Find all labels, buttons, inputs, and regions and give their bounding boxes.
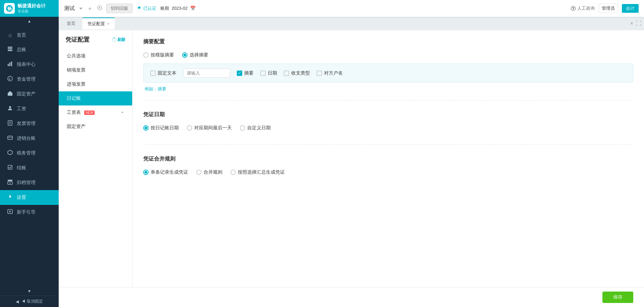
radio-circle-merge xyxy=(196,170,202,175)
radio-custom-date[interactable]: 自定义日期 xyxy=(240,125,271,131)
topbar-dropdown-arrow[interactable] xyxy=(79,6,83,11)
sidebar-scroll-up[interactable]: ▲ xyxy=(0,17,59,26)
radio-select-summary[interactable]: 选择摘要 xyxy=(182,52,208,58)
merge-radio-group: 单条记录生成凭证 合并规则 按照选择汇总生成凭证 xyxy=(143,169,633,175)
svg-marker-11 xyxy=(8,91,12,93)
radio-merge-rule[interactable]: 合并规则 xyxy=(196,169,222,175)
topbar-old-version-btn[interactable]: 切到旧版 xyxy=(106,4,132,13)
left-nav-purchase[interactable]: 进项发票 xyxy=(59,77,132,91)
topbar: 测试 ＋ 切到旧版 已认证 账期 2023-02 📅 人工咨询 管理员 会计 xyxy=(59,0,644,17)
svg-point-29 xyxy=(573,9,574,10)
checkbox-pay-type[interactable]: 收支类型 xyxy=(284,70,310,76)
sidebar-item-settings[interactable]: 设置 xyxy=(0,190,59,205)
svg-rect-7 xyxy=(11,61,12,66)
tabbar-expand-btn[interactable]: ⛶ xyxy=(636,20,641,27)
radio-template-summary[interactable]: 按模版摘要 xyxy=(143,52,174,58)
content-area: 凭证配置 刷新 公共选项 销项发票 进项发票 日记账 工资表 xyxy=(59,30,644,307)
checkbox-box-summary xyxy=(237,71,242,76)
checkbox-fixed-text[interactable]: 固定文本 xyxy=(150,70,176,76)
topbar-certified-badge: 已认证 xyxy=(137,5,156,11)
payroll-icon xyxy=(7,105,13,112)
payroll-arrow-icon xyxy=(121,111,124,114)
topbar-admin-btn[interactable]: 管理员 xyxy=(599,4,618,13)
section-merge: 凭证合并规则 单条记录生成凭证 合并规则 按照选择汇总生成凭证 xyxy=(143,156,633,189)
sidebar-scroll-down[interactable]: ▼ xyxy=(0,287,59,296)
tab-voucher-config[interactable]: 凭证配置 × xyxy=(82,17,115,30)
sidebar-item-invoice[interactable]: 发票管理 xyxy=(0,116,59,131)
sidebar-item-fixed-assets[interactable]: 固定资产 xyxy=(0,87,59,101)
svg-rect-6 xyxy=(9,62,10,66)
radio-period-last[interactable]: 对应期间最后一天 xyxy=(187,125,232,131)
svg-point-12 xyxy=(9,106,11,108)
tabbar-global-close-btn[interactable]: × xyxy=(630,20,633,27)
page-title-area: 凭证配置 刷新 xyxy=(59,36,132,49)
svg-rect-20 xyxy=(8,165,12,169)
cancel-fixed-icon: ◀ xyxy=(16,299,19,304)
cancel-fixed-btn[interactable]: ◀ ◀ 取消固定 xyxy=(0,296,59,307)
tabbar: 首页 凭证配置 × × ⛶ xyxy=(59,17,644,30)
topbar-settings-btn[interactable] xyxy=(97,5,102,12)
radio-circle-journal-date xyxy=(143,125,149,131)
funds-icon: ¥ xyxy=(7,76,13,83)
left-nav: 凭证配置 刷新 公共选项 销项发票 进项发票 日记账 工资表 xyxy=(59,30,132,307)
sidebar-nav: ⌂ 首页 总账 报表中心 ¥ 资金管理 固定资产 xyxy=(0,26,59,287)
radio-circle-by-selection xyxy=(230,170,236,175)
svg-marker-19 xyxy=(8,150,12,155)
topbar-accountant-btn[interactable]: 会计 xyxy=(622,4,639,13)
radio-single-record[interactable]: 单条记录生成凭证 xyxy=(143,169,188,175)
summary-example: 例如：摘要 xyxy=(143,86,633,92)
sidebar-item-sales-purchase[interactable]: 进销台账 xyxy=(0,131,59,146)
topbar-add-btn[interactable]: ＋ xyxy=(87,4,93,12)
svg-rect-4 xyxy=(8,50,12,51)
save-bar: 保存 xyxy=(59,287,644,307)
svg-rect-17 xyxy=(8,136,12,139)
topbar-company-name: 测试 xyxy=(64,5,75,12)
sidebar-item-reports[interactable]: 报表中心 xyxy=(0,57,59,72)
sidebar-logo: 畅 畅捷通好会计 专业版 xyxy=(0,0,59,17)
tab-home[interactable]: 首页 xyxy=(61,18,81,29)
radio-circle-period-last xyxy=(187,125,192,131)
sidebar-item-archive[interactable]: 归档管理 xyxy=(0,175,59,190)
checkbox-counterpart[interactable]: 对方户名 xyxy=(317,70,343,76)
radio-journal-date[interactable]: 按日记账日期 xyxy=(143,125,179,131)
sidebar-item-checkout[interactable]: 结账 xyxy=(0,161,59,175)
home-icon: ⌂ xyxy=(7,32,13,38)
sidebar-item-ledger[interactable]: 总账 xyxy=(0,42,59,57)
section-summary: 摘要配置 按模版摘要 选择摘要 固定文本 xyxy=(143,38,633,100)
tab-close-btn[interactable]: × xyxy=(107,21,109,26)
sidebar-item-guide[interactable]: 新手引导 xyxy=(0,205,59,220)
guide-icon xyxy=(7,209,13,216)
svg-rect-3 xyxy=(8,48,12,49)
checkbox-box-fixed-text xyxy=(150,71,156,76)
left-nav-fixed-assets[interactable]: 固定资产 xyxy=(59,120,132,134)
checkbox-date[interactable]: 日期 xyxy=(260,70,277,76)
left-nav-payroll[interactable]: 工资表 NEW xyxy=(59,105,132,120)
section-summary-title: 摘要配置 xyxy=(143,38,633,45)
settings-icon xyxy=(7,194,13,201)
sidebar-item-payroll[interactable]: 工资 xyxy=(0,101,59,116)
left-nav-journal[interactable]: 日记账 xyxy=(59,91,132,105)
radio-circle-custom-date xyxy=(240,125,245,131)
sidebar-item-home[interactable]: ⌂ 首页 xyxy=(0,28,59,42)
topbar-period: 账期 2023-02 📅 xyxy=(160,5,196,11)
left-nav-public[interactable]: 公共选项 xyxy=(59,49,132,63)
reports-icon xyxy=(7,61,13,68)
radio-by-selection[interactable]: 按照选择汇总生成凭证 xyxy=(230,169,285,175)
svg-rect-21 xyxy=(8,180,12,181)
sidebar-item-funds[interactable]: ¥ 资金管理 xyxy=(0,72,59,87)
left-nav-sales[interactable]: 销项发票 xyxy=(59,63,132,77)
svg-text:畅: 畅 xyxy=(7,6,12,11)
page-title: 凭证配置 xyxy=(65,36,90,44)
checkbox-summary[interactable]: 摘要 xyxy=(237,70,254,76)
svg-rect-5 xyxy=(8,64,9,66)
topbar-consult-btn[interactable]: 人工咨询 xyxy=(571,5,595,11)
refresh-btn[interactable]: 刷新 xyxy=(112,37,125,43)
svg-rect-2 xyxy=(8,47,12,48)
fixed-text-input[interactable] xyxy=(183,69,230,78)
sidebar: 畅 畅捷通好会计 专业版 ▲ ⌂ 首页 总账 报表中心 xyxy=(0,0,59,307)
section-date: 凭证日期 按日记账日期 对应期间最后一天 自定义日期 xyxy=(143,111,633,145)
main-content: 凭证配置 刷新 公共选项 销项发票 进项发票 日记账 工资表 xyxy=(59,30,644,307)
topbar-calendar-icon[interactable]: 📅 xyxy=(190,6,196,11)
save-button[interactable]: 保存 xyxy=(602,292,633,303)
sidebar-item-tax[interactable]: 税务管理 xyxy=(0,146,59,161)
